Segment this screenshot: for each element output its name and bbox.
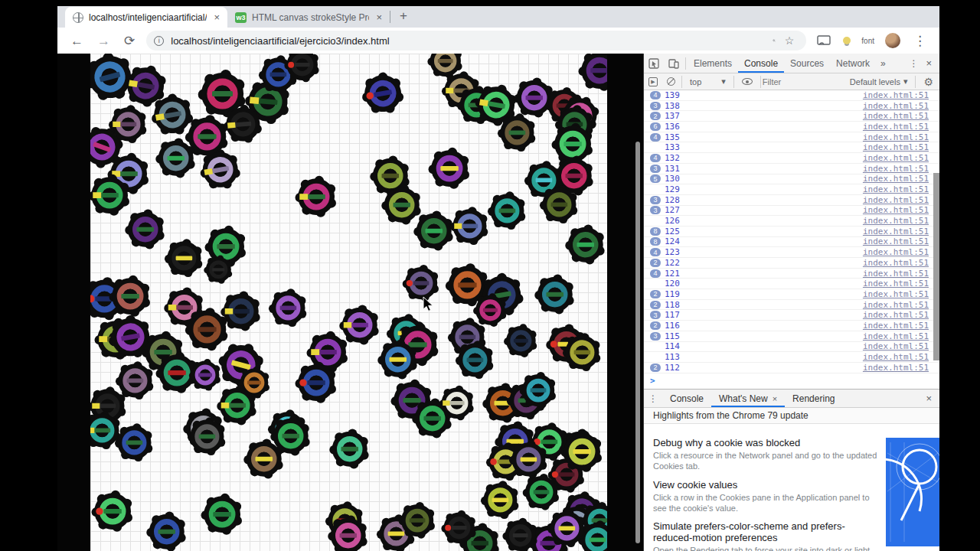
source-link[interactable]: index.html:51	[863, 132, 929, 142]
devtools-menu-icon[interactable]: ⋮	[904, 58, 923, 69]
source-link[interactable]: index.html:51	[863, 216, 929, 226]
execution-context-selector[interactable]: top ▾	[684, 77, 732, 86]
console-row[interactable]: 2119index.html:51	[644, 289, 939, 300]
page-info-icon[interactable]: i	[154, 36, 164, 46]
console-row[interactable]: 129index.html:51	[644, 184, 939, 195]
console-row[interactable]: 2137index.html:51	[644, 111, 939, 122]
forward-icon[interactable]: →	[90, 34, 117, 47]
console-scrollbar[interactable]	[933, 173, 939, 360]
chrome-79-promo-image[interactable]	[886, 438, 939, 546]
console-log[interactable]: 4139index.html:513138index.html:512137in…	[644, 90, 939, 389]
url-bar[interactable]: i localhost/inteligenciaartificial/ejerc…	[146, 31, 806, 51]
log-levels-dropdown[interactable]: Default levels ▾	[850, 77, 914, 86]
console-row[interactable]: 4121index.html:51	[644, 269, 939, 279]
console-row[interactable]: 113index.html:51	[644, 352, 939, 363]
console-row[interactable]: 126index.html:51	[644, 216, 939, 227]
drawer-tab-whats-new[interactable]: What's New ×	[711, 390, 785, 407]
console-row[interactable]: 6136index.html:51	[644, 122, 939, 132]
source-link[interactable]: index.html:51	[863, 195, 929, 205]
reload-icon[interactable]: ⟳	[117, 34, 142, 47]
source-link[interactable]: index.html:51	[863, 227, 929, 236]
tab-elements[interactable]: Elements	[688, 54, 738, 73]
source-link[interactable]: index.html:51	[863, 236, 929, 246]
clear-console-icon[interactable]	[667, 77, 675, 86]
console-row[interactable]: 8125index.html:51	[644, 227, 939, 237]
console-row[interactable]: 5130index.html:51	[644, 174, 939, 185]
drawer-tab-close-icon[interactable]: ×	[773, 394, 777, 403]
console-filter-input[interactable]	[763, 77, 847, 86]
source-link[interactable]: index.html:51	[863, 321, 929, 331]
console-row[interactable]: 4139index.html:51	[644, 90, 939, 101]
source-link[interactable]: index.html:51	[863, 300, 929, 310]
font-extension-icon[interactable]: font	[857, 37, 879, 45]
simulation-canvas[interactable]	[90, 54, 607, 551]
new-tab-button[interactable]: +	[400, 8, 407, 24]
source-link[interactable]: index.html:51	[863, 247, 929, 257]
browser-menu-icon[interactable]: ⋮	[906, 34, 933, 47]
console-row[interactable]: 120index.html:51	[644, 279, 939, 289]
bookmark-star-icon[interactable]: ☆	[780, 34, 799, 47]
source-link[interactable]: index.html:51	[863, 289, 929, 299]
console-row[interactable]: 2112index.html:51	[644, 363, 939, 373]
console-row[interactable]: 133index.html:51	[644, 142, 939, 153]
console-row[interactable]: 3115index.html:51	[644, 331, 939, 342]
whats-new-section-title[interactable]: Simulate prefers-color-scheme and prefer…	[653, 520, 883, 543]
tab-network[interactable]: Network	[830, 54, 876, 73]
more-panels-icon[interactable]: »	[876, 58, 890, 69]
console-row[interactable]: 3131index.html:51	[644, 164, 939, 174]
source-link[interactable]: index.html:51	[863, 269, 929, 279]
source-link[interactable]: index.html:51	[863, 310, 929, 320]
source-link[interactable]: index.html:51	[863, 258, 929, 268]
drawer-tab-rendering[interactable]: Rendering	[785, 390, 842, 407]
console-settings-gear-icon[interactable]: ⚙	[917, 76, 939, 88]
source-link[interactable]: index.html:51	[863, 164, 929, 174]
tab-localhost[interactable]: localhost/inteligenciaartificial/e ×	[65, 7, 227, 28]
source-link[interactable]: index.html:51	[863, 153, 929, 163]
console-row[interactable]: 3117index.html:51	[644, 310, 939, 321]
source-link[interactable]: index.html:51	[863, 111, 929, 121]
tab-sources[interactable]: Sources	[784, 54, 830, 73]
source-link[interactable]: index.html:51	[863, 122, 929, 132]
console-row[interactable]: 114index.html:51	[644, 342, 939, 353]
source-link[interactable]: index.html:51	[863, 184, 929, 194]
drawer-close-icon[interactable]: ×	[923, 393, 939, 404]
console-row[interactable]: 8124index.html:51	[644, 237, 939, 248]
drawer-menu-icon[interactable]: ⋮	[644, 393, 662, 404]
source-link[interactable]: index.html:51	[863, 363, 929, 373]
console-row[interactable]: 2116index.html:51	[644, 321, 939, 331]
back-icon[interactable]: ←	[64, 34, 90, 47]
source-link[interactable]: index.html:51	[863, 101, 929, 111]
source-link[interactable]: index.html:51	[863, 174, 929, 184]
console-row[interactable]: 3138index.html:51	[644, 101, 939, 112]
live-expression-eye-icon[interactable]	[742, 78, 753, 85]
devtools-close-icon[interactable]: ×	[923, 57, 939, 69]
tab-console[interactable]: Console	[738, 54, 784, 73]
page-scrollbar[interactable]	[635, 142, 640, 543]
inspect-element-icon[interactable]	[644, 58, 664, 69]
source-link[interactable]: index.html:51	[863, 90, 929, 100]
source-link[interactable]: index.html:51	[863, 142, 929, 152]
console-prompt-icon[interactable]: >	[644, 373, 939, 388]
drawer-tab-console[interactable]: Console	[662, 390, 711, 407]
console-row[interactable]: 3128index.html:51	[644, 195, 939, 206]
whats-new-section-title[interactable]: Debug why a cookie was blocked	[653, 437, 883, 448]
tab-w3schools[interactable]: w3 HTML canvas strokeStyle Prop ×	[227, 7, 390, 28]
tab-close-icon[interactable]: ×	[212, 11, 221, 23]
console-row[interactable]: 4132index.html:51	[644, 153, 939, 164]
console-row[interactable]: 4123index.html:51	[644, 247, 939, 258]
profile-avatar[interactable]	[885, 33, 900, 48]
source-link[interactable]: index.html:51	[863, 341, 929, 351]
url-text[interactable]: localhost/inteligenciaartificial/ejercic…	[171, 35, 768, 47]
whats-new-section-title[interactable]: View cookie values	[653, 479, 883, 491]
console-sidebar-icon[interactable]: ▶	[648, 77, 658, 86]
device-toolbar-icon[interactable]	[664, 58, 684, 69]
console-row[interactable]: 2118index.html:51	[644, 300, 939, 311]
console-row[interactable]: 4135index.html:51	[644, 132, 939, 143]
console-row[interactable]: 3127index.html:51	[644, 206, 939, 217]
cast-icon[interactable]	[817, 35, 831, 46]
source-link[interactable]: index.html:51	[863, 352, 929, 362]
source-link[interactable]: index.html:51	[863, 279, 929, 289]
source-link[interactable]: index.html:51	[863, 331, 929, 341]
zoom-icon[interactable]	[768, 34, 780, 47]
tab-close-icon[interactable]: ×	[374, 11, 384, 23]
